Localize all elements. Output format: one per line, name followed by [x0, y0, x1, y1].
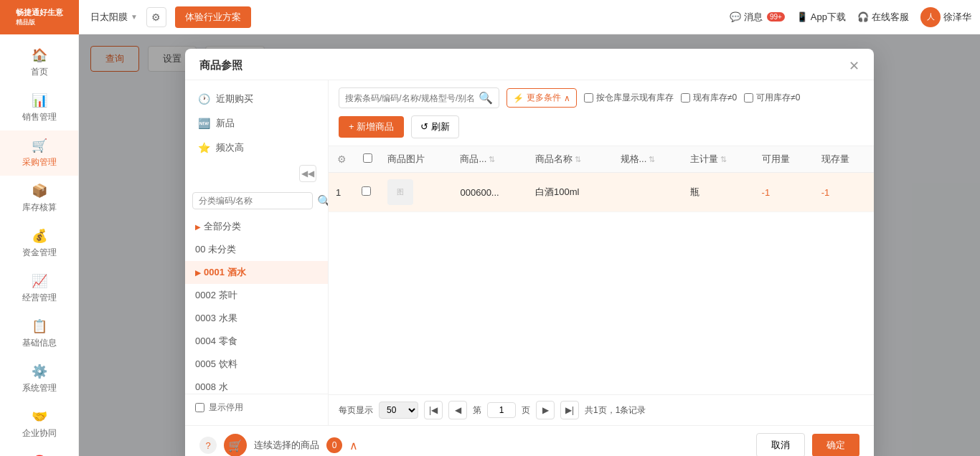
collab-icon: 🤝	[32, 409, 47, 424]
experience-button[interactable]: 体验行业方案	[175, 6, 251, 28]
messages-nav-item[interactable]: 💬 消息 99+	[730, 11, 785, 24]
selected-count: 0	[326, 437, 342, 453]
prev-page-button[interactable]: ◀	[448, 401, 467, 419]
nav-item-recent[interactable]: 🕐 近期购买	[191, 87, 322, 110]
nav-item-frequent[interactable]: ⭐ 频次高	[191, 136, 322, 159]
sidebar-item-home[interactable]: 🏠 首页	[0, 40, 78, 85]
tenant-dropdown[interactable]: 日太阳膜 ▼	[90, 11, 138, 24]
page-number-input[interactable]	[487, 402, 516, 418]
next-page-button[interactable]: ▶	[536, 401, 555, 419]
messages-badge: 99+	[767, 12, 785, 22]
show-disabled-checkbox[interactable]	[195, 403, 204, 412]
table-row[interactable]: 1 图 000600... 白酒100ml 瓶 -1	[329, 173, 874, 212]
help-icon[interactable]: ?	[199, 437, 217, 454]
cart-icon[interactable]: 🛒	[224, 434, 247, 456]
category-item-0004[interactable]: 0004 零食	[185, 330, 328, 353]
category-item-0001[interactable]: ▶ 0001 酒水	[185, 261, 328, 284]
show-disabled-label: 显示停用	[209, 402, 243, 414]
sidebar-item-inventory[interactable]: 📦 库存核算	[0, 176, 78, 221]
table-settings-icon[interactable]: ⚙	[337, 153, 347, 165]
category-item-all[interactable]: ▶ 全部分类	[185, 215, 328, 238]
col-unit[interactable]: 主计量⇅	[683, 146, 755, 173]
home-icon: 🏠	[32, 47, 47, 63]
recent-icon: 🕐	[198, 93, 210, 105]
last-page-button[interactable]: ▶|	[560, 401, 579, 419]
category-item-0002[interactable]: 0002 茶叶	[185, 284, 328, 307]
settings-icon[interactable]: ⚙	[146, 7, 166, 27]
product-table: ⚙ 商品图片 商品...⇅ 商品名称⇅ 规格...⇅ 主计量⇅ 可用量 现存量	[329, 146, 874, 212]
sidebar-item-sales[interactable]: 📊 销售管理	[0, 85, 78, 130]
available-nonzero-checkbox[interactable]	[681, 93, 690, 103]
col-spec[interactable]: 规格...⇅	[613, 146, 683, 173]
online-service-nav-item[interactable]: 🎧 在线客服	[857, 11, 909, 24]
filter-icon: ⚡	[513, 93, 524, 103]
category-search-row: 🔍	[185, 192, 328, 215]
sidebar-item-guide[interactable]: 🎯 新手引导	[0, 447, 78, 456]
sidebar-item-operations[interactable]: 📈 经营管理	[0, 266, 78, 311]
system-icon: ⚙️	[32, 364, 47, 379]
available-nonzero-checkbox-label[interactable]: 现有库存≠0	[681, 92, 737, 104]
inventory-icon: 📦	[32, 183, 47, 199]
per-page-label: 每页显示	[339, 404, 373, 417]
logo-line1: 畅捷通好生意	[16, 7, 63, 18]
filter-button[interactable]: ⚡ 更多条件 ∧	[507, 88, 577, 108]
category-item-0008[interactable]: 0008 水	[185, 376, 328, 394]
col-available[interactable]: 可用量	[755, 146, 814, 173]
frequent-icon: ⭐	[198, 142, 210, 153]
basic-info-icon: 📋	[32, 318, 47, 334]
product-reference-modal: 商品参照 ✕ 🕐 近期购买 🆕 新品	[185, 49, 874, 456]
message-icon: 💬	[730, 11, 741, 22]
warehouse-display-checkbox[interactable]	[584, 93, 593, 103]
new-product-button[interactable]: + 新增商品	[339, 116, 404, 138]
logo: 畅捷通好生意 精品版	[0, 0, 79, 34]
sidebar-item-purchase[interactable]: 🛒 采购管理	[0, 130, 78, 176]
left-panel-nav: 🕐 近期购买 🆕 新品 ⭐ 频次高	[185, 87, 328, 159]
pagination: 每页显示 50 100 200 |◀ ◀ 第 页 ▶ ▶| 共1页，1	[329, 394, 874, 425]
category-item-0003[interactable]: 0003 水果	[185, 307, 328, 330]
sidebar-item-finance[interactable]: 💰 资金管理	[0, 221, 78, 266]
modal-header: 商品参照 ✕	[185, 49, 874, 80]
cancel-button[interactable]: 取消	[756, 433, 805, 456]
operations-icon: 📈	[32, 273, 47, 289]
sidebar-item-system[interactable]: ⚙️ 系统管理	[0, 356, 78, 402]
sidebar: 🏠 首页 📊 销售管理 🛒 采购管理 📦 库存核算 💰 资金管理 📈 经营管理 …	[0, 34, 79, 456]
first-page-button[interactable]: |◀	[424, 401, 443, 419]
selected-label: 连续选择的商品	[254, 439, 319, 452]
category-search-input[interactable]	[192, 192, 313, 209]
modal-title: 商品参照	[199, 59, 242, 72]
col-stock[interactable]: 现存量	[814, 146, 874, 173]
confirm-button[interactable]: 确定	[812, 434, 859, 456]
sidebar-item-basic-info[interactable]: 📋 基础信息	[0, 311, 78, 356]
nav-item-new[interactable]: 🆕 新品	[191, 112, 322, 135]
main-layout: 🏠 首页 📊 销售管理 🛒 采购管理 📦 库存核算 💰 资金管理 📈 经营管理 …	[0, 34, 980, 456]
avatar: 人	[920, 7, 941, 27]
category-item-0005[interactable]: 0005 饮料	[185, 353, 328, 376]
usable-nonzero-checkbox-label[interactable]: 可用库存≠0	[744, 92, 800, 104]
user-menu[interactable]: 人 徐泽华	[920, 7, 971, 27]
refresh-button[interactable]: ↺ 刷新	[411, 115, 459, 138]
finance-icon: 💰	[32, 228, 47, 244]
col-code[interactable]: 商品...⇅	[453, 146, 528, 173]
warehouse-display-checkbox-label[interactable]: 按仓库显示现有库存	[584, 92, 674, 104]
category-arrow-icon: ▶	[195, 223, 201, 231]
close-icon[interactable]: ✕	[849, 60, 859, 72]
category-search-icon[interactable]: 🔍	[317, 194, 329, 208]
total-info: 共1页，1条记录	[585, 404, 646, 417]
collapse-panel-icon[interactable]: ◀◀	[299, 165, 316, 182]
col-name[interactable]: 商品名称⇅	[528, 146, 613, 173]
right-panel: 🔍 ⚡ 更多条件 ∧ 按仓库显示现有库存	[329, 80, 874, 425]
toolbar: 🔍 ⚡ 更多条件 ∧ 按仓库显示现有库存	[329, 80, 874, 146]
row-checkbox[interactable]	[362, 186, 371, 196]
purchase-icon: 🛒	[32, 138, 47, 153]
usable-nonzero-checkbox[interactable]	[744, 93, 753, 103]
show-disabled-row: 显示停用	[185, 394, 328, 418]
search-icon: 🔍	[479, 91, 493, 105]
app-download-nav-item[interactable]: 📱 App下载	[796, 11, 846, 24]
product-search-input[interactable]	[345, 93, 474, 103]
category-item-00[interactable]: 00 未分类	[185, 238, 328, 261]
select-all-checkbox[interactable]	[363, 153, 372, 163]
sidebar-item-collab[interactable]: 🤝 企业协同	[0, 402, 78, 447]
collapse-footer-icon[interactable]: ∧	[349, 439, 358, 452]
per-page-select[interactable]: 50 100 200	[379, 402, 418, 419]
left-panel: 🕐 近期购买 🆕 新品 ⭐ 频次高 ◀◀	[185, 80, 329, 425]
